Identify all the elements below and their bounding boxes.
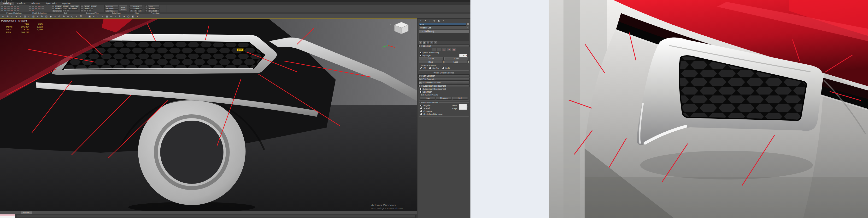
ring-button[interactable]: Ring (419, 61, 442, 63)
show-end-result-icon[interactable]: ▣ (423, 41, 426, 44)
spin-down-icon[interactable]: ▾ (468, 56, 468, 57)
tessellate-button[interactable]: Tessellate (105, 8, 119, 10)
ribbon-tool-icon[interactable] (32, 10, 34, 11)
preview-subobj-radio[interactable] (429, 67, 431, 69)
select-by-name-icon[interactable]: ▤ (23, 15, 27, 18)
ribbon-tool-icon[interactable] (41, 8, 44, 9)
select-and-manipulate-icon[interactable]: ⊕ (62, 15, 65, 18)
window-crossing-icon[interactable]: ◫ (32, 15, 35, 18)
cut-button[interactable]: Cut (63, 8, 68, 10)
align-z-button[interactable]: Z (138, 10, 142, 12)
rollout-soft-selection[interactable]: + Soft Selection (418, 74, 469, 77)
modify-tab-icon[interactable]: ◔ (424, 19, 427, 22)
redo-icon[interactable]: ↷ (11, 0, 12, 2)
collapse-icon[interactable] (81, 10, 83, 12)
ribbon-tool-icon[interactable] (32, 5, 34, 7)
ribbon-tool-icon[interactable] (7, 10, 10, 11)
ribbon-tool-icon[interactable] (35, 8, 38, 9)
spinner-value[interactable] (459, 104, 467, 107)
ribbon-tool-icon[interactable] (32, 8, 34, 9)
ribbon-tool-icon[interactable] (29, 5, 31, 7)
spinner-arrows[interactable]: ▴▾ (468, 54, 468, 57)
preview-multi-radio[interactable] (442, 67, 444, 69)
make-planar-button[interactable]: Make Planar (119, 5, 127, 12)
selection-region-icon[interactable]: ▭ (27, 15, 31, 18)
mirror-icon[interactable]: ◐ (96, 15, 100, 18)
nurms-button[interactable]: NURMS (55, 8, 63, 10)
shrink-button[interactable]: Shrink (419, 57, 443, 60)
loop-button[interactable]: Loop (444, 61, 467, 63)
viewcube[interactable]: ⌂ (391, 20, 411, 35)
rollout-subdivision-displacement[interactable]: − Subdivision Displacement (418, 84, 469, 87)
quadrify-icon[interactable] (84, 10, 86, 12)
spin-down-icon[interactable]: ▾ (467, 106, 468, 107)
ignore-backfacing-checkbox[interactable] (420, 52, 422, 53)
ribbon-tool-icon[interactable] (29, 8, 31, 9)
layer-manager-icon[interactable]: ▦ (105, 15, 108, 18)
ribbon-tool-icon[interactable] (1, 10, 4, 11)
spinner-arrows[interactable]: ▴▾ (467, 107, 468, 110)
select-and-rotate-icon[interactable]: ↻ (40, 15, 44, 18)
select-and-scale-icon[interactable]: ◱ (44, 15, 48, 18)
bind-to-space-warp-icon[interactable]: ≈ (10, 15, 14, 18)
msmooth-button[interactable]: MSmooth (105, 5, 119, 7)
spatial-radio[interactable] (420, 107, 423, 110)
steps-spinner[interactable]: ▴▾ (459, 104, 468, 107)
qslice-button[interactable]: QSlice (62, 5, 69, 7)
viewport[interactable]: Perspective ] [ Shaded ] Totalgum Polys:… (0, 19, 417, 211)
curvature-radio[interactable] (420, 110, 423, 112)
max-logo-icon[interactable]: ◆ (1, 0, 2, 2)
detach-icon[interactable] (91, 8, 93, 9)
hierarchy-tab-icon[interactable]: ⋮ (428, 19, 432, 22)
ribbon-tab-freeform[interactable]: Freeform (14, 2, 28, 5)
ribbon-tool-icon[interactable] (17, 10, 19, 11)
loop-spinner[interactable]: ▴▾ (468, 61, 469, 63)
modifier-stack[interactable]: Editable Poly (418, 30, 469, 41)
ribbon-tool-icon[interactable] (13, 5, 16, 7)
gizmo-x-axis[interactable] (388, 45, 395, 47)
preset-low-button[interactable]: Low (420, 97, 435, 100)
rollout-edit-geometry[interactable]: + Edit Geometry (418, 78, 469, 81)
rollout-selection[interactable]: − Selection (418, 44, 469, 47)
unlink-selection-icon[interactable]: ⊘ (6, 15, 9, 18)
cap-poly-icon[interactable] (86, 10, 89, 12)
viewcube-cube[interactable] (391, 20, 411, 35)
new-scene-icon[interactable]: ▯ (4, 0, 5, 2)
ribbon-label-edit[interactable]: Edit (52, 12, 80, 14)
ribbon-tool-icon[interactable] (7, 8, 10, 9)
align-icon[interactable]: ≡ (101, 15, 104, 18)
ribbon-tool-icon[interactable] (1, 5, 4, 7)
render-production-icon[interactable]: ◑ (135, 15, 139, 18)
ribbon-label-polygon-modeling[interactable]: Polygon Modeling▾ (1, 12, 27, 14)
curve-editor-icon[interactable]: ~ (114, 15, 117, 18)
motion-tab-icon[interactable]: ◎ (433, 19, 436, 22)
save-icon[interactable]: ▮ (6, 0, 7, 2)
ribbon-tool-icon[interactable] (13, 8, 16, 9)
constraint-face-icon[interactable] (67, 10, 69, 12)
transform-gizmo[interactable] (379, 39, 397, 51)
track-bar[interactable] (17, 215, 415, 218)
ribbon-tool-icon[interactable] (10, 8, 13, 9)
ribbon-tab-modeling[interactable]: Modeling (0, 2, 14, 5)
preset-medium-button[interactable]: Medium (436, 97, 452, 100)
select-and-move-icon[interactable]: + (36, 15, 39, 18)
ribbon-tool-icon[interactable] (38, 8, 41, 9)
split-mesh-checkbox[interactable]: ✓ (420, 91, 422, 93)
select-and-place-icon[interactable]: ◉ (49, 15, 53, 18)
ribbon-tool-icon[interactable] (13, 10, 16, 11)
ribbon-tab-populate[interactable]: Populate (59, 2, 73, 5)
vertex-icon[interactable]: ∴ (432, 48, 436, 51)
viewport-scene[interactable] (0, 19, 417, 211)
spinner-value[interactable] (459, 107, 467, 110)
display-tab-icon[interactable]: ◧ (437, 19, 441, 22)
selection-filter-dropdown[interactable]: ▾ (14, 15, 18, 18)
attach-button[interactable]: Attach (84, 8, 90, 10)
ribbon-tool-icon[interactable] (4, 8, 7, 9)
hard-button[interactable]: Hard (148, 5, 159, 7)
remove-modifier-icon[interactable]: × (430, 41, 434, 44)
spatial-and-curvature-radio[interactable] (420, 113, 423, 115)
ribbon-tab-object-paint[interactable]: Object Paint (42, 2, 59, 5)
edit-named-selection-icon[interactable]: ▣ (88, 15, 91, 18)
select-and-link-icon[interactable]: ∞ (1, 15, 5, 18)
maxscript-mini-listener-macro[interactable] (0, 214, 16, 216)
